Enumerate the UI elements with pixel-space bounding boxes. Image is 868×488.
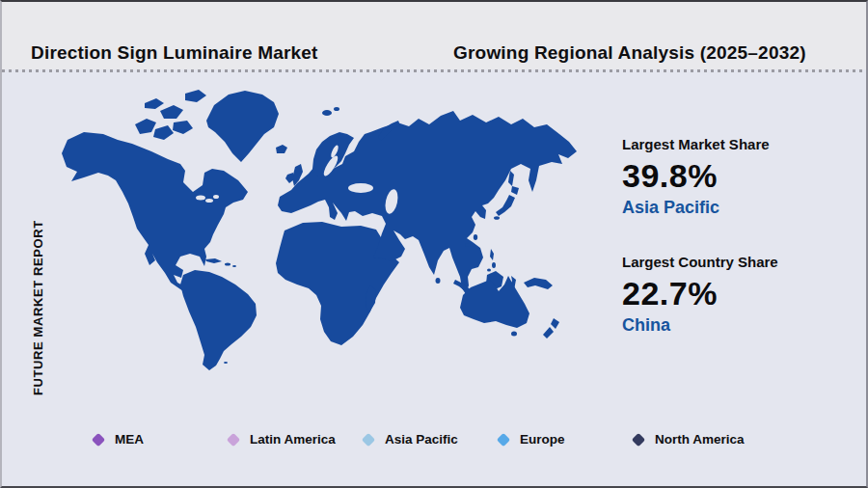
- page-title: Direction Sign Luminaire Market: [31, 42, 318, 64]
- world-map-svg: [60, 84, 600, 407]
- legend: MEA Latin America Asia Pacific Europe No…: [94, 432, 769, 447]
- dotted-separator: [2, 69, 866, 72]
- page-subtitle: Growing Regional Analysis (2025–2032): [453, 42, 806, 64]
- legend-item-europe: Europe: [499, 432, 634, 447]
- stat-market-share: Largest Market Share 39.8% Asia Pacific: [622, 136, 854, 218]
- legend-item-mea: MEA: [94, 432, 229, 447]
- legend-diamond-icon: [362, 432, 375, 446]
- legend-label: Asia Pacific: [385, 432, 458, 447]
- world-map: [60, 84, 600, 407]
- legend-item-latin-america: Latin America: [229, 432, 364, 447]
- stat-region: China: [622, 315, 854, 336]
- stat-label: Largest Country Share: [622, 254, 854, 270]
- stat-region: Asia Pacific: [622, 198, 854, 218]
- legend-diamond-icon: [92, 432, 105, 446]
- legend-diamond-icon: [632, 432, 645, 446]
- legend-label: Europe: [520, 432, 565, 447]
- legend-item-north-america: North America: [634, 432, 769, 447]
- stat-value: 22.7%: [622, 275, 854, 312]
- stat-label: Largest Market Share: [622, 136, 854, 152]
- infographic-root: Direction Sign Luminaire Market Growing …: [0, 0, 868, 488]
- legend-label: MEA: [115, 432, 144, 447]
- legend-label: Latin America: [250, 432, 336, 447]
- legend-diamond-icon: [497, 432, 510, 446]
- legend-label: North America: [655, 432, 745, 447]
- stat-country-share: Largest Country Share 22.7% China: [622, 254, 854, 336]
- legend-item-asia-pacific: Asia Pacific: [364, 432, 499, 447]
- legend-diamond-icon: [227, 432, 240, 446]
- stat-value: 39.8%: [622, 157, 854, 195]
- stats-panel: Largest Market Share 39.8% Asia Pacific …: [622, 136, 854, 336]
- brand-watermark: FUTURE MARKET REPORT: [31, 231, 54, 395]
